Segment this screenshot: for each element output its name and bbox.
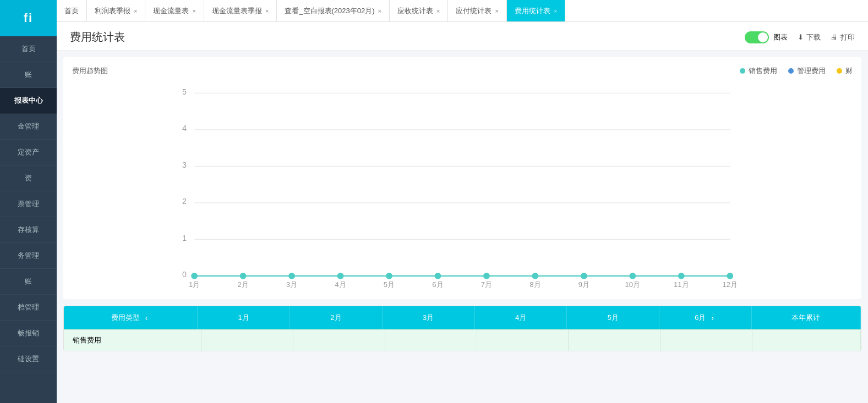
page-header: 费用统计表 图表 ⬇ 下载 🖨 打印 <box>57 22 868 51</box>
sidebar-item-report-center[interactable]: 报表中心 <box>0 88 57 114</box>
sidebar: fi 首页 账 报表中心 金管理 定资产 资 票管理 存核算 务管理 账 档管理… <box>0 0 57 403</box>
tab-home[interactable]: 首页 <box>57 0 87 22</box>
svg-text:5月: 5月 <box>384 280 395 289</box>
th-ytd-label: 本年累计 <box>791 313 820 323</box>
legend-finance-label: 财 <box>845 66 853 76</box>
close-icon[interactable]: × <box>378 8 381 14</box>
svg-text:7月: 7月 <box>481 280 492 289</box>
th-m1-label: 1月 <box>238 313 249 323</box>
tab-profit-quarterly[interactable]: 利润表季报 × <box>87 0 145 22</box>
chart-section: 费用趋势图 销售费用 管理费用 财 <box>63 57 861 299</box>
download-button[interactable]: ⬇ 下载 <box>798 32 821 42</box>
close-icon[interactable]: × <box>495 8 498 14</box>
next-months-button[interactable]: › <box>709 313 716 322</box>
chart-header: 费用趋势图 销售费用 管理费用 财 <box>72 66 853 76</box>
print-button[interactable]: 🖨 打印 <box>831 32 855 42</box>
td-m1 <box>201 330 293 351</box>
close-icon[interactable]: × <box>436 8 440 14</box>
sidebar-item-ledger[interactable]: 账 <box>0 269 57 295</box>
sidebar-item-service[interactable]: 务管理 <box>0 243 57 269</box>
td-type: 销售费用 <box>64 330 201 351</box>
th-m1: 1月 <box>198 306 290 329</box>
th-m3: 3月 <box>383 306 475 329</box>
download-label: 下载 <box>806 32 821 42</box>
download-icon: ⬇ <box>798 33 804 41</box>
header-actions: 图表 ⬇ 下载 🖨 打印 <box>745 31 855 43</box>
th-m2-label: 2月 <box>330 313 341 323</box>
legend-admin-dot <box>788 68 794 74</box>
chart-dot <box>727 273 733 279</box>
prev-months-button[interactable]: ‹ <box>143 313 150 322</box>
chart-dot <box>337 273 344 279</box>
table-header: 费用类型 ‹ 1月 2月 3月 4月 5月 <box>64 306 861 329</box>
th-m5-label: 5月 <box>608 313 619 323</box>
svg-text:4月: 4月 <box>335 280 346 289</box>
page-title: 费用统计表 <box>70 30 125 45</box>
svg-text:12月: 12月 <box>723 280 738 289</box>
close-icon[interactable]: × <box>265 8 269 14</box>
sidebar-item-inventory[interactable]: 存核算 <box>0 217 57 243</box>
chart-dot <box>678 273 685 279</box>
chart-dot <box>435 273 441 279</box>
tab-home-label: 首页 <box>64 6 79 16</box>
chart-container: 5 4 3 2 1 0 <box>72 81 853 290</box>
th-type: 费用类型 ‹ <box>64 306 198 329</box>
chart-svg: 5 4 3 2 1 0 <box>72 81 853 290</box>
tab-payable[interactable]: 应付统计表 × <box>448 0 506 22</box>
tab-cashflow-quarterly[interactable]: 现金流量表季报 × <box>204 0 277 22</box>
legend-sales: 销售费用 <box>740 66 777 76</box>
tab-receivable[interactable]: 应收统计表 × <box>390 0 448 22</box>
legend-sales-dot <box>740 68 745 74</box>
td-m6 <box>660 330 752 351</box>
chart-dot <box>581 273 587 279</box>
chart-title: 费用趋势图 <box>72 66 108 76</box>
th-m4-label: 4月 <box>515 313 526 323</box>
sidebar-item-settings[interactable]: 础设置 <box>0 346 57 372</box>
chart-dot <box>191 273 198 279</box>
svg-text:2月: 2月 <box>237 280 248 289</box>
tab-payable-label: 应付统计表 <box>456 6 492 16</box>
sidebar-item-archive[interactable]: 档管理 <box>0 295 57 321</box>
legend-finance-dot <box>837 68 842 74</box>
tab-bar: 首页 利润表季报 × 现金流量表 × 现金流量表季报 × 查看_空白报表(202… <box>57 0 868 22</box>
svg-text:1: 1 <box>182 234 187 242</box>
tab-cashflow[interactable]: 现金流量表 × <box>145 0 204 22</box>
svg-text:6月: 6月 <box>432 280 443 289</box>
chart-toggle-label: 图表 <box>773 32 788 42</box>
chart-dot <box>532 273 538 279</box>
th-m5: 5月 <box>567 306 659 329</box>
tab-expense-stats[interactable]: 费用统计表 × <box>507 0 565 22</box>
chart-toggle-wrap: 图表 <box>745 31 788 43</box>
sidebar-item-invoice[interactable]: 票管理 <box>0 191 57 217</box>
svg-text:5: 5 <box>182 87 187 96</box>
svg-text:4: 4 <box>182 124 187 133</box>
tab-cashflow-label: 现金流量表 <box>153 6 189 16</box>
tab-expense-label: 费用统计表 <box>515 6 550 16</box>
sidebar-logo: fi <box>0 0 57 36</box>
svg-text:3月: 3月 <box>286 280 297 289</box>
svg-text:8月: 8月 <box>529 280 541 289</box>
sidebar-item-account[interactable]: 账 <box>0 62 57 88</box>
svg-text:3: 3 <box>182 161 187 169</box>
legend-admin: 管理费用 <box>788 66 826 76</box>
close-icon[interactable]: × <box>192 8 195 14</box>
chart-toggle[interactable] <box>745 31 769 43</box>
print-label: 打印 <box>840 32 855 42</box>
tab-cashflow-quarterly-label: 现金流量表季报 <box>212 6 262 16</box>
th-m2: 2月 <box>290 306 383 329</box>
td-m3 <box>385 330 477 351</box>
td-ytd <box>752 330 861 351</box>
close-icon[interactable]: × <box>134 8 137 14</box>
sidebar-item-home[interactable]: 首页 <box>0 36 57 62</box>
tab-blank-report[interactable]: 查看_空白报表(2023年02月) × <box>277 0 390 22</box>
sidebar-item-capital[interactable]: 金管理 <box>0 114 57 140</box>
sidebar-item-payroll[interactable]: 资 <box>0 165 57 191</box>
th-type-label: 费用类型 <box>111 313 140 323</box>
td-m4 <box>477 330 569 351</box>
th-m4: 4月 <box>475 306 567 329</box>
sidebar-item-expense[interactable]: 畅报销 <box>0 321 57 346</box>
close-icon[interactable]: × <box>554 8 557 14</box>
legend-admin-label: 管理费用 <box>797 66 826 76</box>
print-icon: 🖨 <box>831 33 838 41</box>
sidebar-item-fixed-assets[interactable]: 定资产 <box>0 140 57 165</box>
